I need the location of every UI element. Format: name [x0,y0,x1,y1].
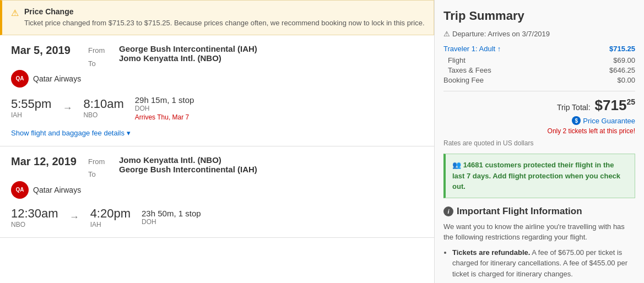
flight2-from-to-labels: From To [88,155,110,181]
sidebar-title: Trip Summary [443,9,635,23]
flight2-date: Mar 12, 2019 [11,155,88,168]
flight1-arrive-block: 8:10am NBO [83,97,123,119]
price-guarantee: $ Price Guarantee [443,116,635,125]
flight-fee-label: Flight [448,56,466,64]
taxes-price: $646.25 [609,66,635,74]
flight2-duration-block: 23h 50m, 1 stop DOH [142,209,201,226]
flight1-stopover: DOH [135,105,194,112]
taxes-fee-row: Taxes & Fees $646.25 [443,66,635,74]
flight2-duration: 23h 50m, 1 stop [142,209,201,218]
flight-segment-2: Mar 12, 2019 From To Jomo Kenyatta Intl.… [0,146,434,238]
flight2-depart-time: 12:30am [11,206,58,221]
divider [443,91,635,91]
important-list-item: Tickets are refundable. A fee of $675.00… [452,247,635,280]
flight2-airline-row: QA Qatar Airways [11,181,423,199]
important-title-text: Important Flight Information [457,206,582,217]
trip-summary-sidebar: Trip Summary ⚠ Departure: Arrives on 3/7… [435,0,644,283]
flight2-arrive-block: 4:20pm IAH [90,206,131,228]
warning-icon: ⚠ [11,8,19,28]
booking-fee-label: Booking Fee [443,76,484,84]
flight-fee-row: Flight $69.00 [443,56,635,64]
flight2-destination: George Bush Intercontinental (IAH) [119,165,257,174]
booking-fee-price: $0.00 [617,76,635,84]
warning-icon-small: ⚠ [443,30,450,38]
price-change-text: Ticket price changed from $715.23 to $71… [24,18,425,28]
flight2-times: 12:30am NBO → 4:20pm IAH 23h 50m, 1 stop… [11,206,423,228]
arrow-right-icon-2: → [69,211,79,223]
departure-text: Departure: Arrives on 3/7/2019 [452,30,550,38]
flight1-from-to-labels: From To [88,44,110,70]
protection-text: 14681 customers protected their flight i… [452,161,620,191]
flight1-times: 5:55pm IAH → 8:10am NBO 29h 15m, 1 stop … [11,95,423,121]
flight2-origin: Jomo Kenyatta Intl. (NBO) [119,155,257,165]
flight-fee-price: $69.00 [613,56,635,64]
flight2-depart-airport: NBO [11,221,58,228]
flight1-duration-block: 29h 15m, 1 stop DOH Arrives Thu, Mar 7 [135,95,194,121]
flight1-origin: George Bush Intercontinental (IAH) [119,44,257,53]
flight2-to-label: To [88,168,110,181]
important-desc: We want you to know the airline you're t… [443,221,635,243]
flight1-depart-airport: IAH [11,111,51,119]
flight2-arrive-airport: IAH [90,221,131,228]
tickets-left: Only 2 tickets left at this price! [443,127,635,135]
flight2-from-label: From [88,155,110,168]
flight2-stopover: DOH [142,218,201,226]
total-price-cents: 25 [626,97,635,106]
bullet1-bold: Tickets are refundable. [452,248,530,257]
flight1-from-label: From [88,44,110,57]
flight1-destination: Jomo Kenyatta Intl. (NBO) [119,53,257,63]
departure-line: ⚠ Departure: Arrives on 3/7/2019 [443,30,635,38]
flight2-airline-name: Qatar Airways [33,186,81,194]
flight1-airline-name: Qatar Airways [33,74,81,83]
total-price: $71525 [595,97,635,114]
important-title: i Important Flight Information [443,206,635,217]
arrow-right-icon: → [62,102,72,114]
flight2-route: Jomo Kenyatta Intl. (NBO) George Bush In… [119,155,257,174]
info-icon: i [443,206,453,216]
flight1-route: George Bush Intercontinental (IAH) Jomo … [119,44,257,63]
flight1-duration: 29h 15m, 1 stop [135,95,194,105]
flight1-to-label: To [88,57,110,70]
traveler-row: Traveler 1: Adult ↑ $715.25 [443,45,635,53]
protection-box: 👥 14681 customers protected their flight… [443,154,635,198]
important-section: i Important Flight Information We want y… [443,206,635,280]
price-change-title: Price Change [24,7,425,16]
flight2-arrive-time: 4:20pm [90,206,131,221]
total-label: Trip Total: [557,103,591,112]
flight2-depart-block: 12:30am NBO [11,206,58,228]
traveler-label: Traveler 1: Adult ↑ [443,45,501,53]
flight1-airline-row: QA Qatar Airways [11,70,423,88]
flight1-arrive-airport: NBO [83,111,123,119]
flight2-airline-logo: QA [11,181,29,199]
total-row: Trip Total: $71525 [443,97,635,114]
booking-fee-row: Booking Fee $0.00 [443,76,635,84]
flight1-arrive-time: 8:10am [83,97,123,111]
guarantee-icon: $ [572,116,581,125]
rates-note: Rates are quoted in US dollars [443,139,635,147]
protection-icon: 👥 [452,161,461,169]
flight1-date: Mar 5, 2019 [11,44,88,57]
flight1-depart-block: 5:55pm IAH [11,97,51,119]
important-list: Tickets are refundable. A fee of $675.00… [443,247,635,280]
price-guarantee-label: Price Guarantee [583,117,635,125]
flight-segment-1: Mar 5, 2019 From To George Bush Intercon… [0,35,434,146]
flight1-depart-time: 5:55pm [11,97,51,111]
price-change-banner: ⚠ Price Change Ticket price changed from… [0,0,434,35]
flight1-airline-logo: QA [11,70,29,88]
flight1-arrives-note: Arrives Thu, Mar 7 [135,113,194,121]
traveler-price: $715.25 [609,45,635,53]
taxes-label: Taxes & Fees [448,66,491,74]
flight1-details-link[interactable]: Show flight and baggage fee details ▾ [11,129,131,137]
total-price-main: $715 [595,97,627,113]
